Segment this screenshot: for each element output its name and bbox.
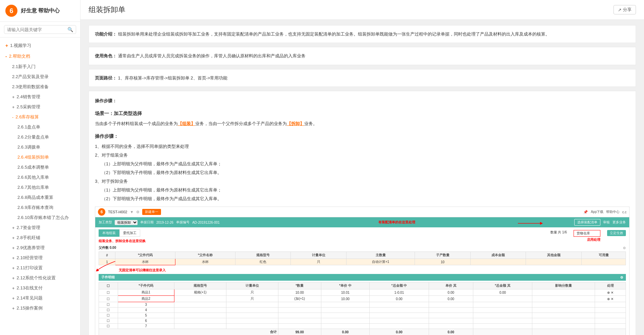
sidebar-item-otherin[interactable]: 2.6.6其他入库单	[0, 172, 80, 182]
annotation1-text: 有装配清单的在这里处理	[378, 220, 415, 224]
col-parent-code: *父件代码	[115, 252, 175, 259]
step2-2: （2）下部明细为子件明细，最终作为原材料生成其它出库单。	[95, 168, 630, 177]
step1: 1、根据不同的业务，选择不同单据的类型来处理	[95, 142, 630, 151]
cell-child-qty: 10	[415, 259, 471, 265]
tab-local-assembly[interactable]: 本地组装	[99, 229, 119, 237]
ops-steps2-label: 操作步骤：	[95, 131, 630, 141]
topbar-new-btn[interactable]: 新建单一	[142, 209, 161, 215]
toolbar-type-label: 加工类型	[99, 220, 112, 225]
sidebar-item-stockerr[interactable]: 2.6.10库存账本错了怎么办	[0, 213, 80, 223]
sidebar-item-splitsub[interactable]: 2.6.2分量盘点单	[0, 132, 80, 142]
page-header: 组装拆卸单 ↗ 分享	[80, 0, 644, 20]
sidebar-item-stocktake[interactable]: 2.6.1盘点单	[0, 122, 80, 132]
scene1-label: 场景一：加工类型选择	[95, 109, 630, 118]
path-card: 页面路径： 1、库存核算->库存管理->组装拆卸单 2、首页->常用功能	[89, 69, 636, 87]
col-qty: 主数量	[346, 252, 415, 259]
cell-cost	[470, 259, 526, 265]
cell-unit-other-v: 0.00	[429, 289, 473, 296]
cell-child-code: 商品1	[118, 289, 174, 296]
app-nav-user[interactable]: c.c	[622, 210, 627, 214]
sidebar-item-costadj[interactable]: 2.6.5成本调整单	[0, 162, 80, 172]
expand-icon: +	[12, 105, 15, 110]
annotation3: 启用处理	[574, 237, 600, 242]
table-row: ☐6	[99, 318, 626, 324]
col-child-unit: 计量单位	[226, 282, 278, 289]
collapse-icon: -	[12, 115, 13, 120]
sidebar-item-faq[interactable]: + 2.14常见问题	[0, 293, 80, 303]
table-row: ☐3	[99, 302, 626, 308]
app-nav-home[interactable]: App下载	[591, 210, 603, 214]
sidebar-item-docs[interactable]: - 2.帮助文档	[0, 51, 80, 62]
col-total-other: *总金额 其	[473, 282, 532, 289]
col-unit-other: 单价 其	[429, 282, 473, 289]
cell-spec: 红色	[235, 259, 291, 265]
share-button[interactable]: ↗ 分享	[613, 5, 636, 14]
expand-icon: +	[12, 276, 15, 281]
search-input[interactable]	[7, 27, 67, 32]
sidebar-item-custom[interactable]: + 2.12系统个性化设置	[0, 273, 80, 283]
sidebar-item-purchase[interactable]: + 2.5采购管理	[0, 102, 80, 112]
col-cost: 成本金额	[470, 252, 526, 259]
approve-btn[interactable]: 审核	[603, 220, 610, 225]
step3: 3、对于拆卸业务	[95, 177, 630, 186]
tab-outsource[interactable]: 委托加工	[119, 229, 140, 237]
table-footer: 合计 99.00 0.00 0.00 0.00	[99, 329, 626, 335]
sidebar-item-new[interactable]: 2.1新手入门	[0, 62, 80, 72]
cell-action-v: ⊕ ✕	[595, 289, 626, 296]
save-btn[interactable]: 立定生效	[607, 230, 626, 236]
table-row: ☐5	[99, 313, 626, 318]
cell-child-code2: 商品2	[118, 296, 174, 302]
col-other: 其他金额	[526, 252, 582, 259]
sidebar-item-finance[interactable]: + 2.7资金管理	[0, 223, 80, 233]
sidebar-item-assembly[interactable]: 2.6.4组装拆卸单	[0, 152, 80, 162]
share-icon: ↗	[618, 7, 622, 12]
sidebar: 6 好生意 帮助中心 🔍 + 1.视频学习 - 2.帮助文档 2.1新手入门 2…	[0, 0, 80, 335]
arrow-svg	[518, 220, 545, 227]
more-btn[interactable]: 更多业务	[612, 220, 626, 225]
nav-tree: + 1.视频学习 - 2.帮助文档 2.1新手入门 2.2产品安装及登录 2.3…	[0, 38, 80, 335]
col-child-code: *子件代码	[118, 282, 174, 289]
expand-icon: +	[12, 235, 15, 240]
sidebar-item-stockcheck[interactable]: 2.6.9库存账本查询	[0, 203, 80, 213]
sidebar-item-mobile[interactable]: + 2.8手机旺铺	[0, 233, 80, 243]
toolbar-date-value: 2019-12-26	[156, 221, 173, 224]
sidebar-item-inventory[interactable]: - 2.6库存核算	[0, 112, 80, 122]
sidebar-item-ops[interactable]: + 2.10经营管理	[0, 253, 80, 263]
page-title: 组装拆卸单	[89, 5, 125, 15]
sidebar-item-data[interactable]: 2.3使用前数据准备	[0, 82, 80, 92]
expand-icon: +	[12, 225, 15, 230]
sidebar-item-coupon[interactable]: + 2.9优惠券管理	[0, 243, 80, 253]
app-logo-icon: 6	[98, 208, 105, 216]
func-intro-card: 功能介绍： 组装拆卸单用来处理企业组装或拆卸等加工业务，支持有固定装配清单的产品…	[89, 25, 636, 43]
app-nav-help[interactable]: 帮助中心	[606, 210, 620, 214]
sidebar-item-otherout[interactable]: 2.6.7其他出库单	[0, 182, 80, 192]
cell-child-spec: 规格(+1)	[174, 289, 226, 296]
sidebar-item-adjust[interactable]: 2.6.3调拨单	[0, 142, 80, 152]
sidebar-item-print[interactable]: + 2.11打印设置	[0, 263, 80, 273]
sidebar-item-install[interactable]: 2.2产品安装及登录	[0, 72, 80, 82]
sidebar-item-online[interactable]: + 2.13在线支付	[0, 283, 80, 293]
col-cb: ☐	[99, 282, 118, 289]
sidebar-item-sales[interactable]: + 2.4销售管理	[0, 92, 80, 102]
main-content: 组装拆卸单 ↗ 分享 功能介绍： 组装拆卸单用来处理企业组装或拆卸等加工业务，支…	[80, 0, 644, 335]
warehouse-label: 数量 共 1/6	[550, 230, 567, 235]
col-child-qty: 子产数量	[415, 252, 471, 259]
role-text: 通常由生产人员或库管人员完成拆装业务的操作，库管人员确认原材料的出库和产成品的入…	[118, 53, 306, 58]
toolbar-type-select[interactable]: 组装拆卸	[115, 220, 138, 225]
col-unit-price: *单价 中	[321, 282, 370, 289]
sidebar-item-costrecalc[interactable]: 2.6.8商品成本重算	[0, 192, 80, 203]
table-tools: ⚙	[623, 246, 626, 250]
search-icon[interactable]: 🔍	[67, 27, 73, 32]
screenshot-container: 6 TEST-H002 ▼ ⚙ 新建单一 📌 App下载 帮助中心 c.c	[95, 207, 630, 335]
logo-icon: 6	[5, 5, 17, 17]
path-text: 1、库存核算->库存管理->组装拆卸单 2、首页->常用功能	[118, 75, 228, 80]
warehouse-input[interactable]: 货物仓库	[574, 230, 600, 237]
toolbar-number-label: 单据编号	[176, 220, 190, 225]
func-intro-label: 功能介绍：	[95, 32, 117, 37]
steps-card: 操作步骤： 场景一：加工类型选择 当由多个子件材料组装成一个成品的业务为【组装】…	[89, 91, 636, 335]
cell-total-mid-v: 1-0.01	[370, 289, 429, 296]
cell-avail	[582, 259, 626, 265]
confirm-assembly-btn[interactable]: 选择装配清单	[574, 219, 600, 226]
sidebar-item-case[interactable]: + 2.15操作案例	[0, 303, 80, 313]
sidebar-item-video[interactable]: + 1.视频学习	[0, 40, 80, 51]
